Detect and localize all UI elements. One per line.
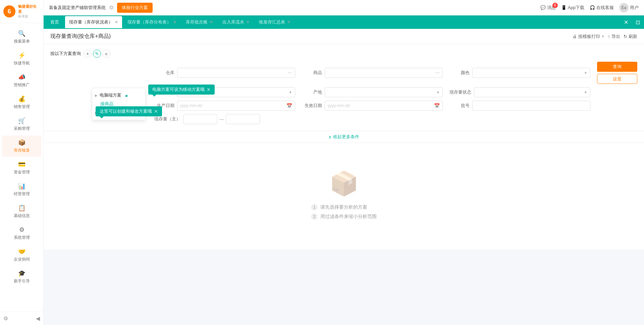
inventory-icon: 📦 xyxy=(18,139,25,146)
logo-icon: 6 xyxy=(3,5,15,17)
reset-btn[interactable]: 设置 xyxy=(597,74,637,84)
goods-dots-icon[interactable]: ··· xyxy=(435,70,440,76)
header-left: 装备及固定资产辅助管理系统 ⚙ 体验行业方案 xyxy=(49,3,153,13)
finance-icon: 💳 xyxy=(18,161,25,168)
range-dash: — xyxy=(219,117,224,122)
message-icon: 💬 xyxy=(540,5,546,10)
tab-inventory-status[interactable]: 现存量（库存状况表） ✕ xyxy=(65,16,122,28)
avatar-text: Ea xyxy=(622,5,627,10)
tab-batch-account[interactable]: 库存批次账 ✕ xyxy=(182,16,217,28)
online-support-item[interactable]: 🎧 在线客服 xyxy=(590,5,614,11)
user-name: 用户 xyxy=(630,5,639,11)
filter-stock-status-label: 现存量状态 xyxy=(449,89,471,95)
tab-close-inventory-status[interactable]: ✕ xyxy=(115,20,118,24)
origin-arrow-icon: ▼ xyxy=(436,91,440,94)
sidebar-label-marketing: 营销推广 xyxy=(14,82,30,88)
search-action-col: 查询 设置 xyxy=(597,62,637,84)
collapse-sidebar-icon[interactable]: ◀ xyxy=(36,315,40,322)
filter-prod-date-input[interactable]: yyyy-mm-dd 📅 xyxy=(177,101,295,111)
filter-origin-label: 产地 xyxy=(302,89,322,95)
tab-close-inout-flow[interactable]: ✕ xyxy=(246,20,250,24)
filter-stock-status-select[interactable]: ▼ xyxy=(474,87,590,97)
add-scheme-btn[interactable]: + xyxy=(84,50,92,58)
filter-warehouse-select[interactable]: ··· xyxy=(177,68,295,78)
sidebar-item-sales[interactable]: 💰 销售管理 xyxy=(2,92,41,113)
sidebar-item-guide[interactable]: 🎓 新手引导 xyxy=(2,266,41,287)
sidebar-item-base-info[interactable]: 📋 基础信息 xyxy=(2,201,41,222)
filter-stock-status: 现存量状态 ▼ xyxy=(449,87,590,97)
refresh-icon: ↻ xyxy=(624,34,627,39)
stock-status-arrow-icon: ▼ xyxy=(584,91,587,94)
industry-btn[interactable]: 体验行业方案 xyxy=(117,3,153,13)
step-label-1: 请先选择要分析的方案 xyxy=(320,204,367,210)
message-icon-item[interactable]: 💬 消息 6 xyxy=(540,5,556,11)
tooltip-scheme-tip: 电脑方案可设为移动方案哦 ✕ xyxy=(148,85,215,95)
sidebar-nav: 🔍 搜索菜单 ⚡ 快捷导航 📣 营销推广 💰 销售管理 🛒 采购管理 📦 库存核… xyxy=(0,23,43,312)
back-scheme-btn[interactable]: « xyxy=(102,50,110,58)
tab-close-summary[interactable]: ✕ xyxy=(287,20,290,24)
page-actions: 🖨 按模板打印 ▼ ↑ 导出 ↻ 刷新 xyxy=(573,34,637,40)
settings-bottom-icon[interactable]: ⚙ xyxy=(3,315,8,322)
search-btn[interactable]: 查询 xyxy=(597,62,637,72)
sidebar-item-inventory[interactable]: 📦 库存核算 xyxy=(2,136,41,157)
filter-goods-select[interactable]: ··· xyxy=(325,68,443,78)
tab-close-batch-account[interactable]: ✕ xyxy=(210,20,213,24)
system-settings-icon[interactable]: ⚙ xyxy=(109,4,114,11)
guide-icon: 🎓 xyxy=(18,270,25,277)
prod-date-calendar-icon[interactable]: 📅 xyxy=(286,103,292,108)
marketing-icon: 📣 xyxy=(18,73,25,81)
edit-scheme-btn[interactable]: ✎ xyxy=(93,50,101,58)
filter-area: 仓库 ··· 商品 ··· 颜色 xyxy=(154,62,637,124)
tooltip2-close[interactable]: ✕ xyxy=(154,109,158,114)
user-item[interactable]: Ea 用户 xyxy=(619,3,639,12)
collapse-bar[interactable]: ∧ 收起更多条件 xyxy=(44,131,644,143)
sidebar-label-cooperation: 企业协同 xyxy=(14,257,30,262)
filter-goods-label: 商品 xyxy=(302,70,322,76)
tab-summary[interactable]: 收发存汇总表 ✕ xyxy=(255,16,294,28)
sidebar-item-search-menu[interactable]: 🔍 搜索菜单 xyxy=(2,26,41,48)
tooltip2-text: 这里可以创建和修改方案哦 xyxy=(100,108,152,114)
expire-date-calendar-icon[interactable]: 📅 xyxy=(434,103,440,108)
sidebar-item-operations[interactable]: 📊 经营管理 xyxy=(2,179,41,200)
sidebar-item-marketing[interactable]: 📣 营销推广 xyxy=(2,70,41,91)
empty-illustration: 📦 xyxy=(329,170,359,197)
warehouse-dots-icon[interactable]: ··· xyxy=(288,70,292,76)
prod-date-placeholder: yyyy-mm-dd xyxy=(180,103,202,108)
base-info-icon: 📋 xyxy=(18,204,25,212)
window-max-btn[interactable]: ⊡ xyxy=(633,18,643,27)
tooltip1-close[interactable]: ✕ xyxy=(207,87,211,92)
empty-step-1: 1 请先选择要分析的方案 xyxy=(311,204,377,211)
step-label-2: 用过滤条件来缩小分析范围 xyxy=(320,214,377,220)
stock-qty-to-input[interactable] xyxy=(226,114,260,124)
sidebar-bottom: ⚙ ◀ xyxy=(0,312,43,325)
sidebar-item-cooperation[interactable]: 🤝 企业协同 xyxy=(2,245,41,266)
scheme-tree-desktop[interactable]: ▶ 电脑端方案 xyxy=(92,91,145,100)
sidebar-item-quick-nav[interactable]: ⚡ 快捷导航 xyxy=(2,48,41,69)
filter-origin-select[interactable]: ▼ xyxy=(325,87,443,97)
search-label: 按以下方案查询 xyxy=(50,51,81,57)
sidebar-label-purchase: 采购管理 xyxy=(14,126,30,131)
tab-inventory-dist[interactable]: 现存量（库存分布表） ✕ xyxy=(123,16,180,28)
filter-batch-input[interactable] xyxy=(472,101,590,111)
sidebar-item-system[interactable]: ⚙ 系统管理 xyxy=(2,223,41,244)
sidebar-item-finance[interactable]: 💳 资金管理 xyxy=(2,157,41,178)
export-btn[interactable]: ↑ 导出 xyxy=(608,34,621,40)
tab-home[interactable]: 首页 xyxy=(45,15,64,29)
tab-label-inventory-status: 现存量（库存状况表） xyxy=(69,19,113,25)
filter-color: 颜色 ▼ xyxy=(449,68,590,78)
color-arrow-icon: ▼ xyxy=(584,71,587,75)
filter-color-select[interactable]: ▼ xyxy=(472,68,590,78)
tab-close-inventory-dist[interactable]: ✕ xyxy=(173,20,176,24)
refresh-label: 刷新 xyxy=(629,34,637,40)
refresh-btn[interactable]: ↻ 刷新 xyxy=(624,34,637,40)
filter-expire-date-input[interactable]: yyyy-mm-dd 📅 xyxy=(325,101,443,111)
filter-row-4: 现存量（主） — xyxy=(154,114,637,124)
sidebar-item-purchase[interactable]: 🛒 采购管理 xyxy=(2,114,41,135)
print-arrow-icon: ▼ xyxy=(601,35,605,38)
print-icon: 🖨 xyxy=(573,34,577,39)
tab-inout-flow[interactable]: 出入库流水 ✕ xyxy=(218,16,254,28)
print-btn[interactable]: 🖨 按模板打印 ▼ xyxy=(573,34,605,40)
app-download-item[interactable]: 📱 App下载 xyxy=(561,5,584,11)
stock-qty-from-input[interactable] xyxy=(183,114,217,124)
window-close-btn[interactable]: ✕ xyxy=(621,18,631,27)
